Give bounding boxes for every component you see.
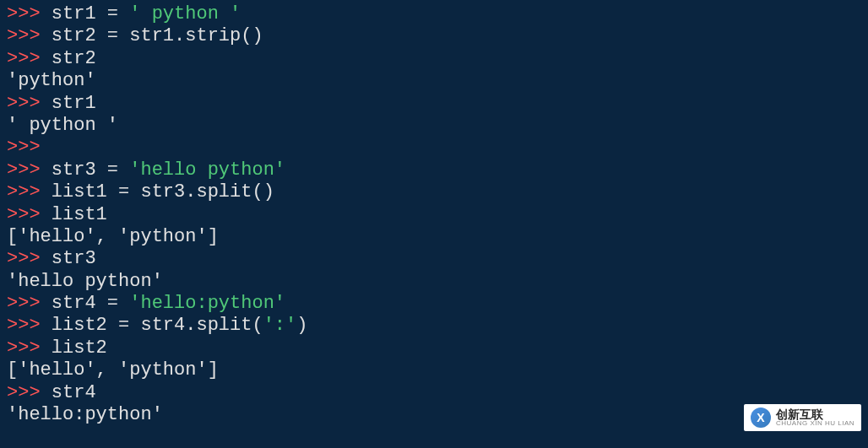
- terminal-line: >>> str1: [7, 93, 861, 115]
- terminal-output-line: ' python ': [7, 115, 861, 137]
- prompt: >>>: [7, 204, 52, 225]
- terminal-output-line: 'hello python': [7, 271, 861, 293]
- terminal-output-line: 'hello:python': [7, 404, 861, 426]
- watermark-sub-text: CHUANG XIN HU LIAN: [776, 420, 854, 427]
- terminal-line: >>> list1: [7, 204, 861, 226]
- terminal-line: >>>: [7, 137, 861, 159]
- prompt: >>>: [7, 315, 52, 336]
- prompt: >>>: [7, 293, 52, 314]
- terminal-output: >>> str1 = ' python ' >>> str2 = str1.st…: [7, 3, 861, 426]
- prompt: >>>: [7, 25, 52, 46]
- code: list1: [52, 204, 107, 225]
- code: list2: [52, 337, 107, 359]
- terminal-output-line: 'python': [7, 70, 861, 92]
- string-literal: ':': [263, 315, 297, 336]
- terminal-line: >>> list2: [7, 337, 861, 359]
- code: str2 = str1.strip(): [52, 25, 263, 46]
- prompt: >>>: [7, 48, 52, 69]
- prompt: >>>: [7, 181, 52, 202]
- string-literal: ' python ': [129, 3, 241, 24]
- string-literal: 'hello python': [129, 159, 285, 181]
- terminal-line: >>> str3 = 'hello python': [7, 159, 861, 181]
- string-literal: 'hello:python': [129, 293, 285, 314]
- terminal-line: >>> str2: [7, 48, 861, 70]
- code: str3: [52, 248, 96, 269]
- terminal-line: >>> str2 = str1.strip(): [7, 25, 861, 47]
- terminal-line: >>> str4: [7, 382, 861, 404]
- code: list1 = str3.split(): [52, 181, 274, 202]
- terminal-line: >>> list1 = str3.split(): [7, 181, 861, 203]
- code: str2: [52, 48, 96, 69]
- terminal-line: >>> str1 = ' python ': [7, 3, 861, 25]
- code: str4 =: [52, 293, 129, 314]
- code: list2 = str4.split(: [52, 315, 263, 336]
- code: str1: [52, 93, 96, 114]
- watermark: X 创新互联 CHUANG XIN HU LIAN: [744, 404, 861, 431]
- prompt: >>>: [7, 337, 52, 359]
- code: str1 =: [52, 3, 129, 24]
- code: str4: [52, 382, 96, 403]
- terminal-output-line: ['hello', 'python']: [7, 359, 861, 381]
- prompt: >>>: [7, 382, 52, 403]
- prompt: >>>: [7, 159, 52, 181]
- terminal-line: >>> str4 = 'hello:python': [7, 293, 861, 315]
- code: ): [296, 315, 307, 336]
- prompt: >>>: [7, 3, 52, 24]
- watermark-logo-icon: X: [751, 408, 771, 428]
- prompt: >>>: [7, 93, 52, 114]
- watermark-main-text: 创新互联: [776, 408, 854, 420]
- code: str3 =: [52, 159, 129, 181]
- terminal-line: >>> list2 = str4.split(':'): [7, 315, 861, 337]
- terminal-output-line: ['hello', 'python']: [7, 226, 861, 248]
- watermark-text: 创新互联 CHUANG XIN HU LIAN: [776, 408, 854, 427]
- prompt: >>>: [7, 137, 52, 158]
- prompt: >>>: [7, 248, 52, 269]
- terminal-line: >>> str3: [7, 248, 861, 270]
